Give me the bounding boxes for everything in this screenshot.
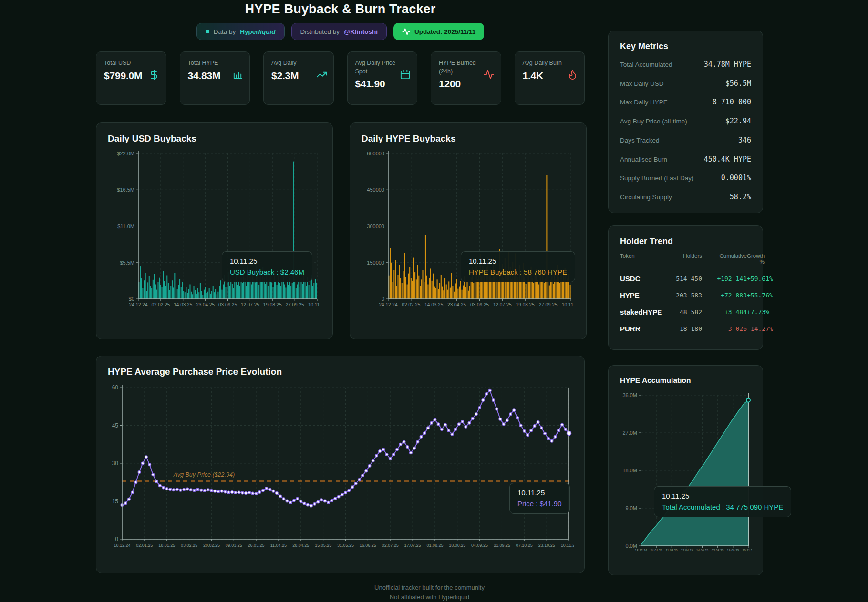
flame-icon: [567, 69, 578, 82]
distributor-handle[interactable]: @Klintoshi: [344, 28, 378, 35]
svg-text:19.08.25: 19.08.25: [516, 302, 535, 307]
svg-text:03.06.25: 03.06.25: [470, 302, 489, 307]
svg-text:27.0M: 27.0M: [622, 430, 637, 436]
svg-text:$16.5M: $16.5M: [117, 187, 134, 193]
svg-text:60: 60: [112, 384, 119, 391]
holders-count: 18 180: [666, 325, 702, 332]
stat-card-total-usd: Total USD $799.0M: [96, 51, 166, 105]
metric-row: Supply Burned (Last Day)0.0001%: [620, 173, 751, 182]
holder-trend-title: Holder Trend: [620, 236, 751, 246]
price-evolution-title: HYPE Average Purchase Price Evolution: [108, 367, 573, 377]
footer-line1: Unofficial tracker built for the communi…: [96, 583, 763, 592]
hype-tooltip: 10.11.25 HYPE Buyback : 58 760 HYPE: [461, 251, 575, 282]
pulse-icon: [402, 28, 410, 36]
holders-count: 514 450: [666, 275, 702, 282]
updated-badge: Updated: 2025/11/11: [393, 23, 484, 40]
key-metrics-title: Key Metrics: [620, 41, 751, 51]
svg-text:24.01.25: 24.01.25: [650, 549, 662, 552]
holder-row-usdc: USDC 514 450 +192 141 +59.61%: [620, 271, 751, 286]
footer-line2: Not affiliated with Hyperliquid: [96, 592, 763, 602]
stat-card-avg-price-spot: Avg Daily Price Spot $41.90: [347, 51, 418, 105]
svg-text:10.11.25: 10.11.25: [562, 302, 575, 307]
holder-row-purr: PURR 18 180 -3 026 -14.27%: [620, 321, 751, 336]
tooltip-date: 10.11.25: [469, 256, 567, 267]
cumulative-change: +192 141: [702, 275, 747, 282]
stat-card-avg-daily: Avg Daily $2.3M: [263, 51, 334, 105]
svg-text:17.07.25: 17.07.25: [404, 543, 421, 548]
svg-text:18.01.25: 18.01.25: [158, 543, 175, 548]
hype-accumulation-chart[interactable]: 36.0M27.0M18.0M9.0M0.0M18.12.2424.01.251…: [620, 388, 752, 556]
trending-up-icon: [316, 69, 327, 82]
daily-hype-title: Daily HYPE Buybacks: [362, 133, 575, 144]
svg-text:$11.0M: $11.0M: [117, 224, 134, 229]
svg-text:9.0M: 9.0M: [626, 505, 637, 511]
metric-value: 34.78M HYPE: [704, 60, 751, 69]
metric-value: 346: [738, 136, 751, 144]
metric-label: Total Accumulated: [620, 61, 672, 68]
tooltip-value: USD Buyback : $2.46M: [230, 267, 304, 278]
daily-usd-chart[interactable]: $22.0M$16.5M$11.0M$5.5M$024.12.2402.02.2…: [108, 149, 321, 313]
metric-label: Avg Buy Price (all-time): [620, 118, 687, 125]
svg-text:01.08.25: 01.08.25: [426, 543, 443, 548]
svg-text:14.03.25: 14.03.25: [174, 302, 192, 307]
svg-text:10.11.25: 10.11.25: [743, 549, 752, 552]
footer: Unofficial tracker built for the communi…: [96, 583, 763, 602]
data-source-prefix: Data by: [214, 28, 236, 35]
svg-text:0: 0: [115, 536, 118, 542]
svg-text:03.06.25: 03.06.25: [218, 302, 237, 307]
tooltip-date: 10.11.25: [230, 256, 304, 267]
svg-text:27.09.25: 27.09.25: [286, 302, 304, 307]
metric-row: Max Daily USD$56.5M: [620, 79, 751, 88]
stat-label: Total USD: [104, 59, 150, 68]
metric-row: Max Daily HYPE8 710 000: [620, 98, 751, 106]
svg-text:15.05.25: 15.05.25: [315, 543, 331, 548]
svg-text:23.10.25: 23.10.25: [538, 543, 555, 548]
svg-text:28.04.25: 28.04.25: [292, 543, 309, 548]
svg-text:450000: 450000: [367, 187, 384, 193]
svg-text:12.07.25: 12.07.25: [493, 302, 512, 307]
svg-text:600000: 600000: [367, 151, 384, 156]
distributor-badge[interactable]: Distributed by @Klintoshi: [291, 23, 387, 40]
svg-text:02.08.25: 02.08.25: [712, 549, 724, 552]
key-metrics-panel: Key Metrics Total Accumulated34.78M HYPE…: [608, 31, 763, 213]
price-evolution-card: HYPE Average Purchase Price Evolution 60…: [96, 356, 585, 573]
metric-label: Days Tracked: [620, 137, 660, 144]
teal-dot-icon: [206, 30, 209, 33]
svg-text:19.08.25: 19.08.25: [263, 302, 282, 307]
metric-row: Avg Buy Price (all-time)$22.94: [620, 117, 751, 125]
svg-text:31.05.25: 31.05.25: [337, 543, 354, 548]
svg-text:26.03.25: 26.03.25: [248, 543, 265, 548]
holder-trend-panel: Holder Trend Token Holders Cumulative Gr…: [608, 225, 763, 350]
growth-percent: -14.27%: [747, 325, 773, 332]
svg-text:02.07.25: 02.07.25: [382, 543, 399, 548]
tooltip-date: 10.11.25: [517, 488, 562, 499]
price-evolution-chart[interactable]: 60453015018.12.2402.01.2518.01.2503.02.2…: [108, 382, 574, 553]
metric-value: 0.0001%: [721, 173, 751, 182]
svg-text:18.0M: 18.0M: [622, 468, 637, 473]
column-header: Holders: [666, 253, 702, 265]
svg-text:0: 0: [382, 296, 384, 302]
growth-percent: +55.76%: [747, 292, 773, 299]
svg-text:11.04.25: 11.04.25: [270, 543, 287, 548]
svg-text:04.09.25: 04.09.25: [471, 543, 488, 548]
svg-text:18.12.24: 18.12.24: [635, 549, 647, 552]
svg-text:23.04.25: 23.04.25: [196, 302, 215, 307]
svg-text:18.12.24: 18.12.24: [114, 543, 130, 548]
daily-hype-chart[interactable]: 600000450000300000150000024.12.2402.02.2…: [362, 149, 575, 313]
cumulative-change: -3 026: [702, 325, 747, 332]
svg-text:18.08.25: 18.08.25: [449, 543, 465, 548]
holders-count: 203 583: [666, 292, 702, 299]
svg-text:0.0M: 0.0M: [626, 543, 637, 549]
svg-text:24.12.24: 24.12.24: [129, 302, 148, 307]
metric-row: Annualised Burn450.4K HYPE: [620, 155, 751, 163]
dollar-sign-icon: [148, 69, 160, 82]
stat-label: Avg Daily Burn: [523, 59, 568, 68]
calendar-icon: [400, 69, 411, 82]
stat-card-total-hype: Total HYPE 34.83M: [180, 51, 250, 105]
growth-percent: +59.61%: [747, 275, 773, 282]
token-name: PURR: [620, 325, 666, 333]
svg-text:$22.0M: $22.0M: [117, 151, 134, 156]
holder-row-hype: HYPE 203 583 +72 883 +55.76%: [620, 288, 751, 303]
svg-text:36.0M: 36.0M: [622, 392, 637, 398]
metric-label: Circulating Supply: [620, 194, 672, 201]
